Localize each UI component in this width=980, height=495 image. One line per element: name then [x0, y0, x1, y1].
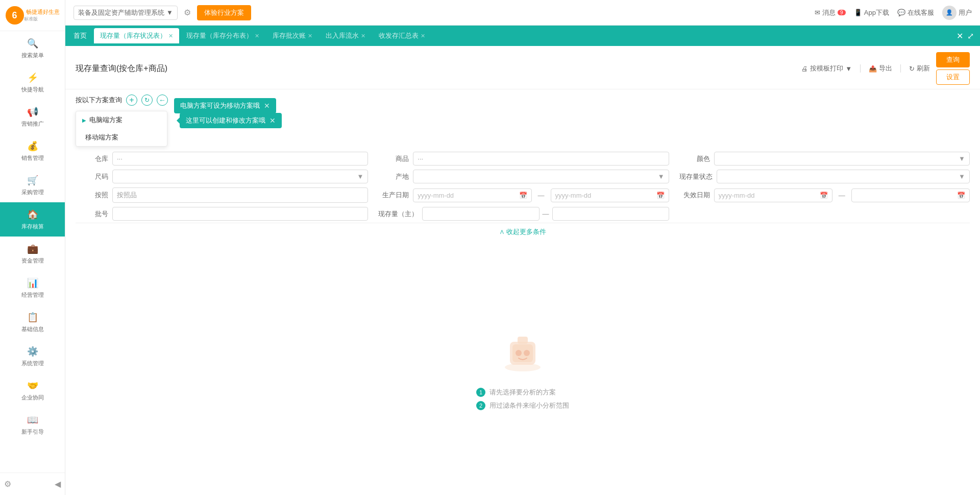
message-btn[interactable]: ✉ 消息 9	[815, 8, 846, 17]
message-icon: ✉	[815, 9, 820, 16]
filter-field-goods: 商品 ···	[378, 152, 669, 166]
dropdown-icon: ▼	[166, 9, 173, 16]
divider2	[900, 64, 901, 73]
main-area: 装备及固定资产辅助管理系统 ▼ ⚙ 体验行业方案 ✉ 消息 9 📱 App下载 …	[65, 0, 980, 495]
select-value: 按照品	[117, 191, 137, 200]
search-icon: 🔍	[27, 37, 39, 50]
filter-field-stock: 现存量（主） —	[378, 207, 669, 221]
filter-header: 按以下方案查询 + ↻ ← 电脑方案可设为移动方案哦 ✕	[76, 95, 970, 106]
empty-illustration	[497, 326, 548, 378]
stock-from-input[interactable]	[422, 207, 539, 221]
tab-fullscreen-icon[interactable]: ⤢	[967, 31, 974, 41]
batch-input[interactable]	[112, 207, 368, 221]
add-scheme-btn[interactable]: +	[126, 95, 137, 106]
collapse-footer-btn[interactable]: ◀	[55, 479, 61, 489]
collapse-btn[interactable]: ∧ 收起更多条件	[76, 223, 970, 241]
settings-footer-btn[interactable]: ⚙	[4, 479, 11, 489]
warehouse-select[interactable]: ···	[112, 152, 368, 166]
sidebar-item-operations[interactable]: 📊 经营管理	[0, 271, 65, 305]
tab-inout-flow[interactable]: 出入库流水 ✕	[320, 28, 372, 43]
stock-to-input[interactable]	[552, 207, 669, 221]
sidebar-item-system[interactable]: ⚙️ 系统管理	[0, 339, 65, 373]
scheme-tooltip-close[interactable]: ✕	[264, 102, 270, 110]
trial-btn[interactable]: 体验行业方案	[197, 5, 251, 20]
online-support-btn[interactable]: 💬 在线客服	[897, 8, 934, 17]
purchase-icon: 🛒	[27, 174, 39, 186]
refresh-btn[interactable]: ↻ 刷新	[909, 64, 930, 73]
topbar: 装备及固定资产辅助管理系统 ▼ ⚙ 体验行业方案 ✉ 消息 9 📱 App下载 …	[65, 0, 980, 26]
tab-close-icon[interactable]: ✕	[255, 33, 259, 39]
sidebar-item-newbie[interactable]: 📖 新手引导	[0, 408, 65, 442]
by-select[interactable]: 按照品	[112, 187, 368, 203]
sidebar-item-marketing[interactable]: 📢 营销推广	[0, 100, 65, 134]
date-placeholder: yyyy-mm-dd	[555, 192, 592, 199]
color-select[interactable]: ▼	[714, 152, 970, 166]
collapse-icon: ∧	[499, 228, 505, 235]
system-selector[interactable]: 装备及固定资产辅助管理系统 ▼	[74, 6, 178, 20]
tab-close-icon[interactable]: ✕	[421, 33, 425, 39]
sidebar-item-inventory[interactable]: 🏠 库存核算	[0, 202, 65, 237]
sidebar-item-sales[interactable]: 💰 销售管理	[0, 134, 65, 168]
date-placeholder: yyyy-mm-dd	[418, 192, 454, 199]
tab-collect-summary[interactable]: 收发存汇总表 ✕	[373, 28, 431, 43]
tab-close-all-icon[interactable]: ✕	[957, 31, 963, 41]
tab-bar: 首页 现存量（库存状况表） ✕ 现存量（库存分布表） ✕ 库存批次账 ✕ 出入库…	[65, 26, 980, 46]
system-name: 装备及固定资产辅助管理系统	[78, 8, 164, 17]
produce-date-from[interactable]: yyyy-mm-dd 📅	[413, 188, 531, 202]
refresh-icon: ↻	[909, 65, 915, 73]
filter-fields: 仓库 ··· 商品 ···	[76, 152, 970, 221]
scheme-item-mobile[interactable]: 移动端方案	[76, 129, 167, 146]
tip-text-2: 用过滤条件来缩小分析范围	[489, 401, 569, 410]
sidebar-item-search[interactable]: 🔍 搜索菜单	[0, 31, 65, 65]
query-btn[interactable]: 查询	[936, 52, 970, 67]
setting-btn[interactable]: 设置	[936, 69, 970, 85]
print-btn[interactable]: 🖨 按模板打印 ▼	[801, 64, 852, 73]
empty-tips: 1 请先选择要分析的方案 2 用过滤条件来缩小分析范围	[476, 388, 569, 414]
tab-close-icon[interactable]: ✕	[168, 33, 173, 39]
print-label: 按模板打印	[810, 64, 843, 73]
create-tooltip: 这里可以创建和修改方案哦 ✕	[180, 113, 282, 128]
online-support-label: 在线客服	[908, 8, 934, 17]
sidebar-item-finance[interactable]: 💼 资金管理	[0, 237, 65, 271]
back-scheme-btn[interactable]: ←	[157, 95, 168, 106]
tab-batch-ledger[interactable]: 库存批次账 ✕	[266, 28, 318, 43]
calendar-icon: 📅	[656, 192, 665, 199]
expire-date-to[interactable]: 📅	[851, 188, 970, 202]
tab-home[interactable]: 首页	[67, 28, 93, 43]
export-btn[interactable]: 📤 导出	[869, 64, 892, 73]
operations-icon: 📊	[27, 277, 39, 289]
user-area[interactable]: 👤 用户	[942, 6, 972, 20]
sidebar-item-label: 销售管理	[21, 154, 44, 162]
sidebar-item-quicknav[interactable]: ⚡ 快捷导航	[0, 65, 65, 100]
create-tooltip-close[interactable]: ✕	[270, 116, 276, 125]
status-select[interactable]: ▼	[717, 170, 970, 183]
tab-close-icon[interactable]: ✕	[308, 33, 312, 39]
sidebar-item-purchase[interactable]: 🛒 采购管理	[0, 168, 65, 202]
expire-date-from[interactable]: yyyy-mm-dd 📅	[714, 188, 832, 202]
gear-icon[interactable]: ⚙	[184, 8, 191, 17]
goods-select[interactable]: ···	[413, 152, 669, 166]
dropdown-icon: ▼	[658, 173, 665, 180]
tab-inventory-dist[interactable]: 现存量（库存分布表） ✕	[180, 28, 265, 43]
tab-inventory-status[interactable]: 现存量（库存状况表） ✕	[94, 28, 179, 43]
sidebar-item-label: 库存核算	[21, 223, 44, 230]
newbie-icon: 📖	[27, 414, 39, 426]
sales-icon: 💰	[27, 140, 39, 152]
print-dropdown-icon: ▼	[845, 65, 852, 73]
scheme-item-desktop[interactable]: ▶ 电脑端方案	[76, 111, 167, 129]
sidebar-item-basic[interactable]: 📋 基础信息	[0, 305, 65, 339]
tooltip-arrow-left	[177, 117, 180, 124]
sidebar: 6 畅捷通好生意 标准版 🔍 搜索菜单 ⚡ 快捷导航 📢 营销推广 💰 销售管理	[0, 0, 65, 495]
svg-rect-5	[518, 337, 528, 344]
sidebar-item-label: 采购管理	[21, 188, 44, 196]
refresh-scheme-btn[interactable]: ↻	[141, 95, 153, 106]
produce-date-to[interactable]: yyyy-mm-dd 📅	[551, 188, 669, 202]
size-select[interactable]: ▼	[112, 170, 368, 183]
dropdown-icon: ▼	[959, 155, 965, 162]
tab-close-icon[interactable]: ✕	[361, 33, 365, 39]
sidebar-item-enterprise[interactable]: 🤝 企业协同	[0, 373, 65, 408]
origin-select[interactable]: ▼	[413, 170, 669, 183]
date-placeholder: yyyy-mm-dd	[719, 192, 755, 199]
sidebar-item-label: 搜索菜单	[21, 52, 44, 59]
app-download-btn[interactable]: 📱 App下载	[854, 8, 889, 17]
